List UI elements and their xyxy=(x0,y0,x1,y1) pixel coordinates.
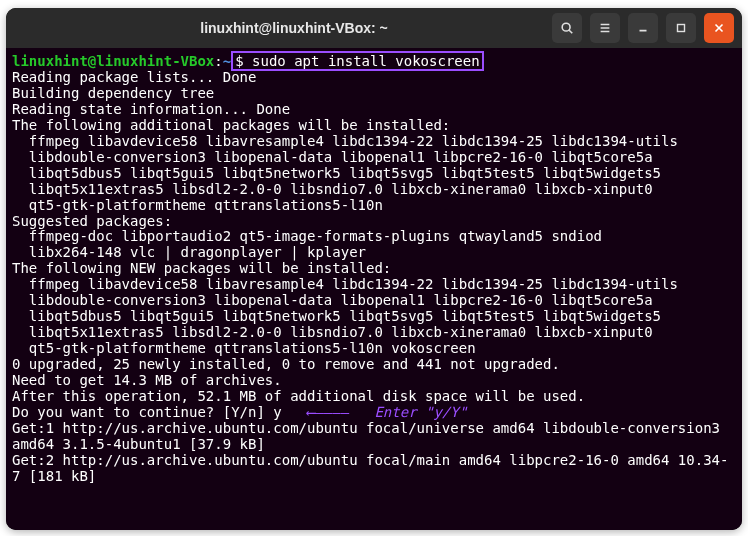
prompt-line: linuxhint@linuxhint-VBox:~$ sudo apt ins… xyxy=(12,54,736,70)
output-line: qt5-gtk-platformtheme qttranslations5-l1… xyxy=(12,198,736,214)
output-line: libqt5dbus5 libqt5gui5 libqt5network5 li… xyxy=(12,166,736,182)
output-line: Reading package lists... Done xyxy=(12,70,736,86)
continue-prompt-line: Do you want to continue? [Y/n] y ⟵———— E… xyxy=(12,405,736,421)
output-line: Get:1 http://us.archive.ubuntu.com/ubunt… xyxy=(12,421,736,453)
command-text: sudo apt install vokoscreen xyxy=(252,53,480,69)
output-line: qt5-gtk-platformtheme qttranslations5-l1… xyxy=(12,341,736,357)
output-line: The following additional packages will b… xyxy=(12,118,736,134)
terminal-window: linuxhint@linuxhint-VBox: ~ linuxhint@li… xyxy=(6,8,742,530)
output-line: libqt5x11extras5 libsdl2-2.0-0 libsndio7… xyxy=(12,325,736,341)
svg-rect-6 xyxy=(678,25,685,32)
svg-point-0 xyxy=(562,23,570,31)
maximize-button[interactable] xyxy=(666,13,696,43)
output-line: ffmpeg libavdevice58 libavresample4 libd… xyxy=(12,134,736,150)
svg-line-1 xyxy=(569,30,572,33)
output-line: 0 upgraded, 25 newly installed, 0 to rem… xyxy=(12,357,736,373)
terminal-content[interactable]: linuxhint@linuxhint-VBox:~$ sudo apt ins… xyxy=(6,48,742,530)
output-line: After this operation, 52.1 MB of additio… xyxy=(12,389,736,405)
output-line: ffmpeg libavdevice58 libavresample4 libd… xyxy=(12,277,736,293)
window-title: linuxhint@linuxhint-VBox: ~ xyxy=(44,20,544,36)
output-line: Need to get 14.3 MB of archives. xyxy=(12,373,736,389)
prompt-separator: : xyxy=(214,53,222,69)
output-line: libx264-148 vlc | dragonplayer | kplayer xyxy=(12,245,736,261)
output-line: Suggested packages: xyxy=(12,214,736,230)
prompt-path: ~ xyxy=(223,53,231,69)
output-line: libdouble-conversion3 libopenal-data lib… xyxy=(12,150,736,166)
search-button[interactable] xyxy=(552,13,582,43)
hamburger-icon xyxy=(598,21,612,35)
annotation-hint: Enter "y/Y" xyxy=(374,404,467,420)
output-line: The following NEW packages will be insta… xyxy=(12,261,736,277)
command-highlight: $ sudo apt install vokoscreen xyxy=(231,51,483,71)
output-line: Reading state information... Done xyxy=(12,102,736,118)
prompt-dollar: $ xyxy=(235,53,252,69)
maximize-icon xyxy=(674,21,688,35)
menu-button[interactable] xyxy=(590,13,620,43)
output-line: ffmpeg-doc libportaudio2 qt5-image-forma… xyxy=(12,229,736,245)
close-icon xyxy=(712,21,726,35)
output-line: libqt5dbus5 libqt5gui5 libqt5network5 li… xyxy=(12,309,736,325)
annotation-arrow: ⟵———— xyxy=(282,404,375,420)
minimize-icon xyxy=(636,21,650,35)
minimize-button[interactable] xyxy=(628,13,658,43)
continue-prompt: Do you want to continue? [Y/n] y xyxy=(12,404,282,420)
output-line: libdouble-conversion3 libopenal-data lib… xyxy=(12,293,736,309)
titlebar: linuxhint@linuxhint-VBox: ~ xyxy=(6,8,742,48)
output-line: libqt5x11extras5 libsdl2-2.0-0 libsndio7… xyxy=(12,182,736,198)
prompt-user-host: linuxhint@linuxhint-VBox xyxy=(12,53,214,69)
output-line: Building dependency tree xyxy=(12,86,736,102)
output-line: Get:2 http://us.archive.ubuntu.com/ubunt… xyxy=(12,453,736,485)
search-icon xyxy=(560,21,574,35)
close-button[interactable] xyxy=(704,13,734,43)
